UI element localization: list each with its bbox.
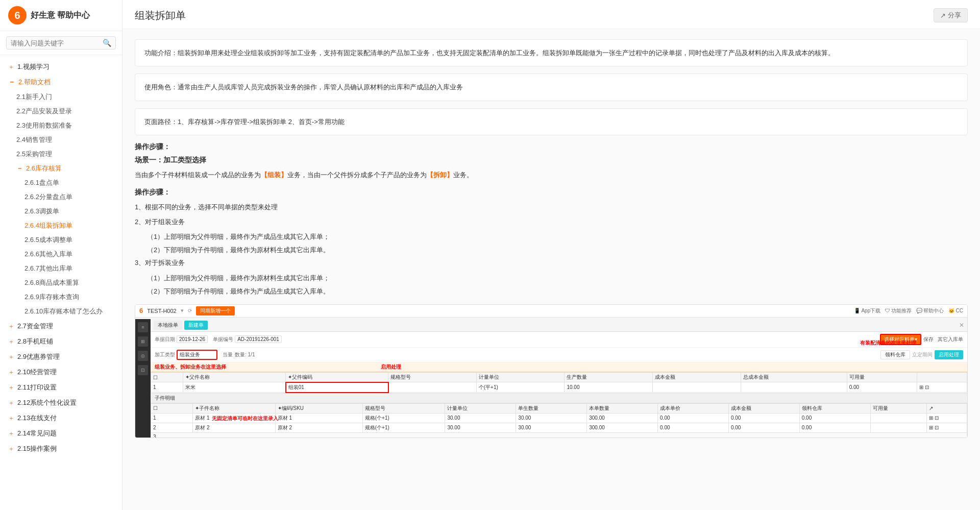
- sidebar-item-other-in[interactable]: 2.6.6其他入库单: [0, 247, 122, 261]
- lower-table-label: 子件明细: [155, 395, 175, 401]
- sidebar-item-other-out[interactable]: 2.6.7其他出库单: [0, 261, 122, 276]
- step1-text: 1、根据不同的业务，选择不同单据的类型来处理: [135, 201, 968, 214]
- form-field-order: 单据编号 AD-20191226-001: [213, 335, 282, 343]
- sidebar-item-ledger-error[interactable]: 2.6.10库存账本错了怎么办: [0, 304, 122, 319]
- app-close-icon[interactable]: ✕: [959, 322, 964, 329]
- sidebar-item-data-prep[interactable]: 2.3使用前数据准备: [0, 118, 122, 133]
- step3-2-text: （2）下部明细为子件明细，最终作为产成品生成其它入库单。: [135, 285, 968, 298]
- sidebar-item-cost-adjust[interactable]: 2.6.5成本调整单: [0, 233, 122, 247]
- lc-warehouse: 领料仓库: [799, 403, 870, 413]
- share-icon: ↗: [940, 12, 946, 19]
- col-spec: 规格型号: [388, 372, 477, 382]
- sidebar-item-mobile[interactable]: ＋ 2.8手机旺铺: [0, 334, 122, 349]
- annotation-text-1: 有装配清单的在这里处理: [860, 339, 916, 347]
- app-form-row2: 加工类型 组装业务 当量 数量: 1/1 领料仓库 立定期间 启用处理: [151, 348, 967, 362]
- highlight-assembly: 【组装】: [261, 171, 287, 179]
- sidebar-header: 6 好生意 帮助中心: [0, 0, 122, 31]
- form-row2-confirm: 立定期间: [912, 351, 933, 358]
- sidebar-mini-icon4: ⊡: [138, 365, 148, 375]
- sidebar-item-print[interactable]: ＋ 2.11打印设置: [0, 380, 122, 395]
- lc1-act: ⊞ ⊡: [927, 413, 967, 423]
- form-row2-extra: 当量 数量: 1/1: [223, 351, 875, 358]
- sidebar: 6 好生意 帮助中心 🔍 ＋ 1.视频学习 － 2.帮助文档 2.1新手入门 2…: [0, 0, 122, 510]
- sidebar-item-help-docs[interactable]: － 2.帮助文档: [0, 75, 122, 90]
- sidebar-item-sales[interactable]: 2.4销售管理: [0, 133, 122, 147]
- cell-name: 米米: [183, 382, 286, 393]
- sidebar-mini-icon2: ⊞: [138, 336, 148, 347]
- cell-unit: 个(平+1): [476, 382, 565, 393]
- sidebar-item-cost-recalc[interactable]: 2.6.8商品成本重算: [0, 276, 122, 290]
- scenario1-desc: 当由多个子件材料组装成一个成品的业务为【组装】业务，当由一个父件拆分成多个子产品…: [135, 169, 968, 182]
- col-name: ✦父件名称: [183, 372, 286, 382]
- lc3-empty: 3: [151, 432, 967, 438]
- col-check: ☐: [151, 372, 183, 382]
- lc-actions: ↗: [927, 403, 967, 413]
- cell-total: [741, 382, 847, 393]
- sidebar-item-payment[interactable]: ＋ 2.13在线支付: [0, 410, 122, 426]
- enable-btn[interactable]: 启用处理: [935, 350, 963, 359]
- lc2-check: 2: [151, 423, 193, 432]
- lc1-perqty: 30.00: [516, 413, 587, 423]
- form-row2-qty: 数量: 1/1: [235, 351, 255, 358]
- lower-table-header: 子件明细: [151, 393, 967, 403]
- lc2-name: 原材 2: [193, 423, 276, 432]
- app-mockup: 6 TEST-H002 ▾ ⟳ 同期新增一个 📱 App下载 🛡 功能推荐 💬 …: [135, 305, 967, 438]
- lc-cost-price: 成本单价: [658, 403, 729, 413]
- lc1-wh: 0.00: [799, 413, 870, 423]
- steps-title: 操作步骤：: [135, 142, 968, 152]
- app-tab-local[interactable]: 本地徐单: [154, 321, 182, 330]
- warehouse-field[interactable]: 领料仓库: [880, 350, 910, 359]
- app-tab-new[interactable]: 新建单: [184, 321, 208, 330]
- lc1-check: 1: [151, 413, 193, 423]
- sidebar-item-cases[interactable]: ＋ 2.15操作案例: [0, 441, 122, 456]
- form-row2-actions: 领料仓库 立定期间 启用处理: [880, 350, 963, 359]
- lc1-unit: 30.00: [445, 413, 516, 423]
- sidebar-item-ledger-query[interactable]: 2.6.9库存账本查询: [0, 290, 122, 304]
- sidebar-item-inventory[interactable]: － 2.6库存核算: [0, 161, 122, 176]
- app-top-icons: 📱 App下载 🛡 功能推荐 💬 帮助中心 🐱 CC: [854, 307, 963, 314]
- sidebar-item-partial-stocktake[interactable]: 2.6.2分量盘点单: [0, 190, 122, 204]
- form-field-type: 加工类型 组装业务: [155, 350, 217, 360]
- sidebar-item-stocktake[interactable]: 2.6.1盘点单: [0, 176, 122, 190]
- sidebar-item-transfer[interactable]: 2.6.3调拨单: [0, 204, 122, 218]
- share-button[interactable]: ↗ 分享: [934, 8, 968, 22]
- sidebar-item-ops[interactable]: ＋ 2.10经营管理: [0, 365, 122, 380]
- app-upper-table: ☐ ✦父件名称 ✦父件编码 规格型号 计量单位 生产数量 成本金额 总成本金额 …: [151, 372, 967, 393]
- sidebar-item-video[interactable]: ＋ 1.视频学习: [0, 59, 122, 75]
- lc-sku: ✦编码/SKU: [275, 403, 362, 413]
- intro-box-3: 页面路径：1、库存核算->库存管理->组装拆卸单 2、首页->常用功能: [135, 108, 968, 135]
- sidebar-item-newbie[interactable]: 2.1新手入门: [0, 90, 122, 104]
- sidebar-item-purchase[interactable]: 2.5采购管理: [0, 147, 122, 161]
- sidebar-item-assembly[interactable]: 2.6.4组装拆卸单: [0, 218, 122, 233]
- sidebar-mini-icon3: ◎: [138, 351, 148, 361]
- intro-text-2: 使用角色：通常由生产人员或库管人员完成拆装业务的操作，库管人员确认原材料的出库和…: [144, 81, 958, 93]
- app-tabs-row: 本地徐单 新建单 ✕: [151, 319, 967, 332]
- sidebar-item-personalization[interactable]: ＋ 2.12系统个性化设置: [0, 395, 122, 410]
- intro-box-1: 功能介绍：组装拆卸单用来处理企业组装或拆卸等加工业务，支持有固定装配清单的产品加…: [135, 39, 968, 66]
- highlight-disassembly: 【拆卸】: [427, 171, 453, 179]
- app-inner-content: 本地徐单 新建单 ✕ 单据日期 2019-12-26 单据编号 AD-20191…: [151, 319, 967, 438]
- plus-icon-personalization: ＋: [8, 399, 14, 407]
- annotation-text-3: 启用处理: [381, 364, 401, 370]
- sidebar-nav: ＋ 1.视频学习 － 2.帮助文档 2.1新手入门 2.2产品安装及登录 2.3…: [0, 55, 122, 510]
- sidebar-item-finance[interactable]: ＋ 2.7资金管理: [0, 319, 122, 334]
- sidebar-item-install[interactable]: 2.2产品安装及登录: [0, 104, 122, 118]
- lc2-qty: 300.00: [587, 423, 658, 432]
- type-value[interactable]: 组装业务: [177, 350, 217, 360]
- lc-check: ☐: [151, 403, 193, 413]
- cell-action: ⊞ ⊡: [917, 382, 967, 393]
- step2-1-text: （1）上部明细为父件明细，最终作为产成品生成其它入库单；: [135, 230, 968, 244]
- lc-name: ✦子件名称: [193, 403, 276, 413]
- col-actions: [917, 372, 967, 382]
- sidebar-item-faq[interactable]: ＋ 2.14常见问题: [0, 426, 122, 441]
- plus-icon-cases: ＋: [8, 445, 14, 453]
- screenshot-mockup: 6 TEST-H002 ▾ ⟳ 同期新增一个 📱 App下载 🛡 功能推荐 💬 …: [135, 304, 968, 438]
- app-new-btn[interactable]: 同期新增一个: [196, 306, 235, 315]
- intro-box-2: 使用角色：通常由生产人员或库管人员完成拆装业务的操作，库管人员确认原材料的出库和…: [135, 74, 968, 101]
- sidebar-item-coupon[interactable]: ＋ 2.9优惠券管理: [0, 349, 122, 365]
- col-available: 可用量: [847, 372, 917, 382]
- main-header: 组装拆卸单 ↗ 分享: [122, 0, 980, 29]
- cell-spec: [388, 382, 477, 393]
- search-input[interactable]: [11, 39, 103, 47]
- search-icon[interactable]: 🔍: [103, 39, 111, 47]
